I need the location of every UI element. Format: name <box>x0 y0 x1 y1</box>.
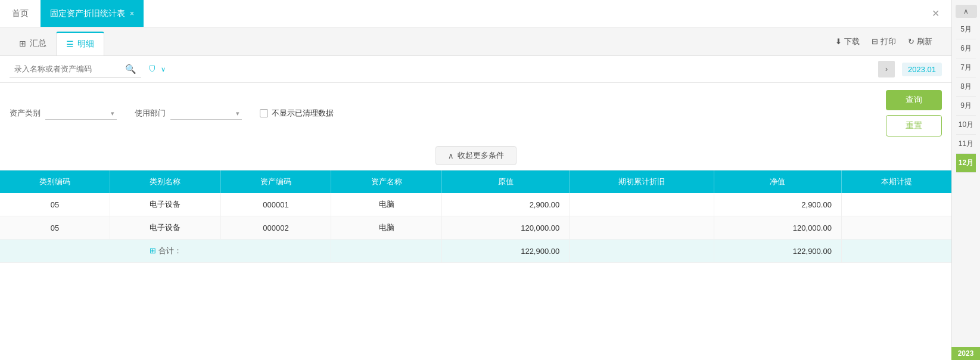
hide-cleared-label: 不显示已清理数据 <box>272 108 334 119</box>
col-header-net-value: 净值 <box>714 170 841 193</box>
month-item[interactable]: 11月 <box>956 135 976 154</box>
cell-cat-name: 电子设备 <box>110 193 221 216</box>
month-item[interactable]: 6月 <box>956 39 976 58</box>
search-input-wrap: 🔍 <box>10 61 141 77</box>
filter-icon: ⛉ <box>148 65 156 74</box>
query-button[interactable]: 查询 <box>886 90 942 110</box>
summary-accum-depr <box>570 240 714 263</box>
cell-asset-name: 电脑 <box>331 216 442 240</box>
cell-asset-code: 000002 <box>220 216 331 240</box>
search-bar: 🔍 ⛉ ∨ › 2023.01 <box>0 56 951 83</box>
summary-row: ⊞合计： 122,900.00 122,900.00 <box>0 240 951 263</box>
department-select[interactable] <box>170 107 242 120</box>
col-header-category-name: 类别名称 <box>110 170 221 193</box>
nav-home[interactable]: 首页 <box>0 0 41 27</box>
col-header-original: 原值 <box>442 170 570 193</box>
nav-tab-fixed-assets[interactable]: 固定资产折旧统计表 × <box>41 0 144 27</box>
reset-button[interactable]: 重置 <box>886 115 942 136</box>
col-header-current-depr: 本期计提 <box>841 170 951 193</box>
print-button[interactable]: ⊟ 打印 <box>872 36 896 47</box>
department-filter: 使用部门 <box>135 107 242 120</box>
asset-category-label: 资产类别 <box>10 108 41 119</box>
date-badge: 2023.01 <box>902 63 942 76</box>
nav-arrow-right[interactable]: › <box>878 61 895 77</box>
top-nav: 首页 固定资产折旧统计表 × ✕ <box>0 0 951 27</box>
chevron-down-icon: ∨ <box>161 66 166 73</box>
download-button[interactable]: ⬇ 下载 <box>835 36 860 47</box>
month-item[interactable]: 12月 <box>956 154 976 173</box>
print-icon: ⊟ <box>872 37 878 46</box>
collapse-button[interactable]: ∧ 收起更多条件 <box>435 146 517 165</box>
sub-tabs: ⊞ 汇总 ☰ 明细 ⬇ 下载 ⊟ 打印 ↻ 刷新 <box>0 27 951 56</box>
month-item[interactable]: 8月 <box>956 77 976 97</box>
tab-detail[interactable]: ☰ 明细 <box>56 32 104 55</box>
summary-original: 122,900.00 <box>442 240 570 263</box>
cell-original: 120,000.00 <box>442 216 570 240</box>
cell-accum-depr <box>570 216 714 240</box>
summary-tab-label: 汇总 <box>30 38 46 49</box>
download-icon: ⬇ <box>835 37 842 46</box>
filter-row: 资产类别 使用部门 不显示已清理数据 <box>10 90 942 136</box>
toolbar-right: ⬇ 下载 ⊟ 打印 ↻ 刷新 <box>835 27 942 55</box>
month-item[interactable]: 10月 <box>956 116 976 135</box>
summary-empty-name <box>331 240 442 263</box>
search-icon[interactable]: 🔍 <box>125 64 136 75</box>
more-conditions-button[interactable]: ⛉ ∨ <box>148 65 166 74</box>
collapse-label: 收起更多条件 <box>458 150 504 161</box>
cell-cat-code: 05 <box>0 216 110 240</box>
cell-cat-code: 05 <box>0 193 110 216</box>
cell-net-value: 120,000.00 <box>714 216 841 240</box>
summary-current-depr <box>841 240 951 263</box>
table-row: 05 电子设备 000001 电脑 2,900.00 2,900.00 <box>0 193 951 216</box>
asset-category-select-wrap <box>45 107 117 120</box>
btn-group: 查询 重置 <box>886 90 942 136</box>
refresh-icon: ↻ <box>908 37 914 46</box>
detail-tab-label: 明细 <box>77 39 94 49</box>
summary-tab-icon: ⊞ <box>19 39 26 48</box>
refresh-label: 刷新 <box>917 36 932 47</box>
data-table: 类别编码 类别名称 资产编码 资产名称 原值 期初累计折旧 净值 本期计提 05… <box>0 170 951 263</box>
asset-category-filter: 资产类别 <box>10 107 117 120</box>
department-select-wrap <box>170 107 242 120</box>
cell-cat-name: 电子设备 <box>110 216 221 240</box>
cell-current-depr <box>841 216 951 240</box>
table-row: 05 电子设备 000002 电脑 120,000.00 120,000.00 <box>0 216 951 240</box>
filter-area: 资产类别 使用部门 不显示已清理数据 <box>0 83 951 170</box>
cell-accum-depr <box>570 193 714 216</box>
department-label: 使用部门 <box>135 108 166 119</box>
right-panel: ∧ 5月6月7月8月9月10月11月12月 2023 <box>951 0 980 360</box>
year-badge: 2023 <box>951 347 980 360</box>
month-item[interactable]: 9月 <box>956 97 976 116</box>
refresh-button[interactable]: ↻ 刷新 <box>908 36 932 47</box>
col-header-category-code: 类别编码 <box>0 170 110 193</box>
cell-asset-name: 电脑 <box>331 193 442 216</box>
asset-category-select[interactable] <box>45 107 117 120</box>
col-header-asset-code: 资产编码 <box>220 170 331 193</box>
month-item[interactable]: 5月 <box>956 20 976 39</box>
tab-summary[interactable]: ⊞ 汇总 <box>10 32 56 55</box>
print-label: 打印 <box>881 36 896 47</box>
month-item[interactable]: 7月 <box>956 58 976 77</box>
hide-cleared-checkbox[interactable]: 不显示已清理数据 <box>260 108 334 119</box>
checkbox-box[interactable] <box>260 109 268 117</box>
search-input[interactable] <box>14 64 122 73</box>
download-label: 下载 <box>844 36 860 47</box>
window-close-button[interactable]: ✕ <box>920 0 951 27</box>
col-header-asset-name: 资产名称 <box>331 170 442 193</box>
cell-asset-code: 000001 <box>220 193 331 216</box>
detail-tab-icon: ☰ <box>66 39 74 49</box>
scroll-up-button[interactable]: ∧ <box>956 5 977 18</box>
cell-current-depr <box>841 193 951 216</box>
cell-net-value: 2,900.00 <box>714 193 841 216</box>
table-header-row: 类别编码 类别名称 资产编码 资产名称 原值 期初累计折旧 净值 本期计提 <box>0 170 951 193</box>
collapse-icon: ∧ <box>448 151 454 160</box>
table-wrap: 类别编码 类别名称 资产编码 资产名称 原值 期初累计折旧 净值 本期计提 05… <box>0 170 951 360</box>
nav-tab-label: 固定资产折旧统计表 <box>50 8 125 19</box>
nav-tab-close-icon[interactable]: × <box>130 10 134 18</box>
cell-original: 2,900.00 <box>442 193 570 216</box>
summary-net-value: 122,900.00 <box>714 240 841 263</box>
summary-icon-label: ⊞合计： <box>0 240 331 263</box>
col-header-accum-depr: 期初累计折旧 <box>570 170 714 193</box>
